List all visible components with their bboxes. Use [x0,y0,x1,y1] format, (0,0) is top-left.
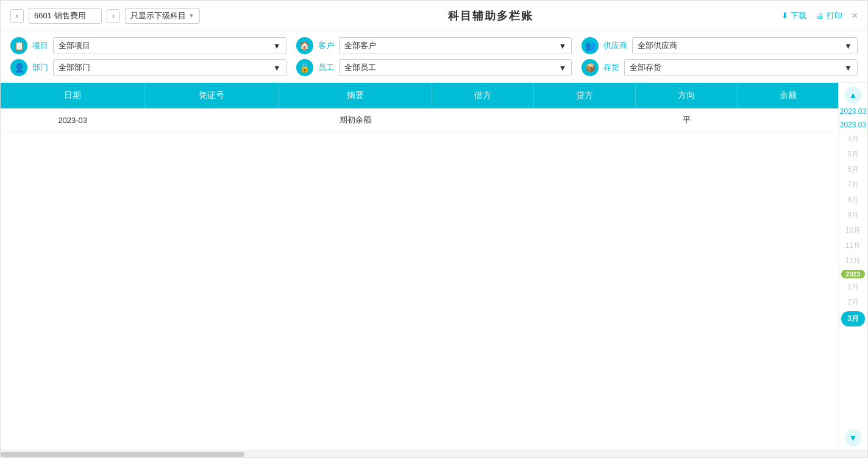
inventory-select[interactable]: 全部存货 ▼ [624,59,858,76]
show-sub-accounts-label: 只显示下级科目 [130,10,186,21]
employee-filter: 🔒 员工 全部员工 ▼ [296,59,572,76]
project-filter: 📋 项目 全部项目 ▼ [10,37,286,54]
employee-chevron-icon: ▼ [558,63,566,72]
timeline-item[interactable]: 12月 [839,253,867,269]
filter-bar: 📋 项目 全部项目 ▼ 🏠 客户 全部客户 ▼ 👥 供应商 全部供应商 ▼ [1,31,867,83]
inventory-chevron-icon: ▼ [844,63,852,72]
cell-balance [738,108,838,132]
close-button[interactable]: × [852,10,858,21]
ledger-table: 日期 凭证号 摘要 借方 贷方 方向 余额 2023-03 期初余额 平 [1,83,838,132]
print-label: 打印 [827,10,842,21]
download-icon: ⬇ [781,11,788,20]
col-voucher: 凭证号 [144,83,278,108]
scrollbar-thumb [1,452,244,457]
department-label: 部门 [32,62,48,73]
supplier-value: 全部供应商 [638,40,677,51]
col-direction: 方向 [636,83,738,108]
title-bar-left: ‹ 6601 销售费用 › 只显示下级科目 ▼ [10,8,200,24]
horizontal-scrollbar[interactable] [1,450,867,457]
employee-label: 员工 [318,62,334,73]
timeline-item[interactable]: 3月 [841,311,865,326]
department-filter: 👤 部门 全部部门 ▼ [10,59,286,76]
timeline-item[interactable]: 2023.03 [839,118,867,132]
timeline-item[interactable]: 7月 [839,177,867,192]
department-value: 全部部门 [59,62,90,73]
timeline-item[interactable]: 2月 [839,295,867,310]
cell-credit [534,108,636,132]
supplier-icon: 👥 [582,37,599,54]
dropdown-chevron-icon: ▼ [188,12,194,19]
col-date: 日期 [1,83,144,108]
cell-debit [432,108,534,132]
show-sub-accounts-dropdown[interactable]: 只显示下级科目 ▼ [125,8,200,24]
employee-icon: 🔒 [296,59,313,76]
customer-select[interactable]: 全部客户 ▼ [339,37,572,54]
project-icon: 📋 [10,37,27,54]
timeline-sidebar: ▲ 2023.032023.034月5月6月7月8月9月10月11月12月202… [838,83,867,450]
cell-voucher [144,108,278,132]
customer-filter: 🏠 客户 全部客户 ▼ [296,37,572,54]
customer-value: 全部客户 [344,40,376,51]
customer-label: 客户 [318,40,334,51]
department-select[interactable]: 全部部门 ▼ [53,59,286,76]
timeline-item[interactable]: 4月 [839,132,867,147]
customer-icon: 🏠 [296,37,313,54]
supplier-chevron-icon: ▼ [844,41,852,51]
account-code: 6601 [34,11,52,20]
print-icon: 🖨 [816,11,824,20]
main-window: ‹ 6601 销售费用 › 只显示下级科目 ▼ 科目辅助多栏账 ⬇ 下载 🖨 打… [0,0,868,458]
inventory-value: 全部存货 [630,62,661,73]
close-icon: × [852,10,858,21]
table-header-row: 日期 凭证号 摘要 借方 贷方 方向 余额 [1,83,838,108]
prev-account-button[interactable]: ‹ [10,9,24,23]
title-bar-right: ⬇ 下载 🖨 打印 × [781,10,858,21]
timeline-item[interactable]: 9月 [839,208,867,223]
timeline-items-container: 2023.032023.034月5月6月7月8月9月10月11月12月20231… [839,105,867,328]
title-bar: ‹ 6601 销售费用 › 只显示下级科目 ▼ 科目辅助多栏账 ⬇ 下载 🖨 打… [1,1,867,31]
table-container: 日期 凭证号 摘要 借方 贷方 方向 余额 2023-03 期初余额 平 [1,83,838,450]
chevron-right-icon: › [112,12,115,20]
timeline-item[interactable]: 10月 [839,223,867,238]
cell-summary: 期初余额 [278,108,432,132]
col-summary: 摘要 [278,83,432,108]
project-label: 项目 [32,40,48,51]
timeline-item[interactable]: 5月 [839,147,867,162]
project-chevron-icon: ▼ [273,41,281,51]
timeline-scroll-up-button[interactable]: ▲ [845,86,862,104]
inventory-filter: 📦 存货 全部存货 ▼ [582,59,858,76]
project-select[interactable]: 全部项目 ▼ [53,37,286,54]
inventory-icon: 📦 [582,59,599,76]
download-button[interactable]: ⬇ 下载 [781,10,806,21]
timeline-scroll-down-button[interactable]: ▼ [845,429,862,446]
department-chevron-icon: ▼ [273,63,281,72]
account-code-box: 6601 销售费用 [29,8,102,24]
table-body: 2023-03 期初余额 平 [1,108,838,132]
timeline-item[interactable]: 6月 [839,162,867,177]
project-value: 全部项目 [59,40,90,51]
supplier-filter: 👥 供应商 全部供应商 ▼ [582,37,858,54]
employee-value: 全部员工 [344,62,376,73]
customer-chevron-icon: ▼ [558,41,566,51]
supplier-select[interactable]: 全部供应商 ▼ [632,37,858,54]
page-title: 科目辅助多栏账 [448,9,533,23]
chevron-left-icon: ‹ [16,12,18,20]
timeline-item[interactable]: 11月 [839,238,867,253]
scroll-up-icon: ▲ [849,90,858,100]
cell-direction: 平 [636,108,738,132]
timeline-year-badge[interactable]: 2023 [841,270,865,278]
col-credit: 贷方 [534,83,636,108]
col-balance: 余额 [738,83,838,108]
timeline-item[interactable]: 8月 [839,192,867,208]
print-button[interactable]: 🖨 打印 [816,10,842,21]
timeline-item[interactable]: 2023.03 [839,105,867,118]
account-name: 销售费用 [54,10,86,21]
table-row[interactable]: 2023-03 期初余额 平 [1,108,838,132]
department-icon: 👤 [10,59,27,76]
next-account-button[interactable]: › [107,9,120,23]
cell-date: 2023-03 [1,108,144,132]
download-label: 下载 [791,10,806,21]
timeline-item[interactable]: 1月 [839,280,867,295]
employee-select[interactable]: 全部员工 ▼ [339,59,572,76]
scroll-down-icon: ▼ [849,433,858,443]
supplier-label: 供应商 [603,40,627,51]
